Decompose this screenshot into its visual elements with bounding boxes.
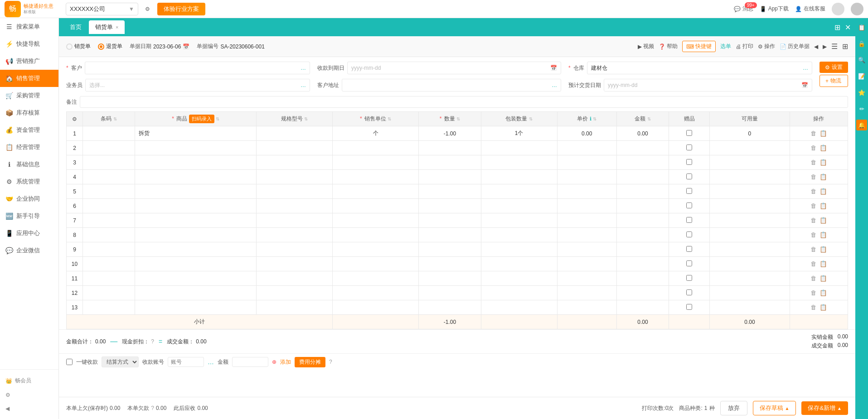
- warehouse-input[interactable]: 建材仓 …: [587, 62, 812, 74]
- tool-select[interactable]: 选单: [720, 43, 731, 50]
- cell-gift-9[interactable]: [669, 257, 710, 271]
- cell-barcode-8[interactable]: [83, 242, 135, 257]
- radio-sales-order[interactable]: 销货单: [66, 43, 91, 50]
- cell-product-7[interactable]: [135, 228, 257, 242]
- cell-price-9[interactable]: [557, 257, 616, 271]
- avatar[interactable]: [832, 3, 844, 15]
- cell-barcode-5[interactable]: [83, 199, 135, 213]
- cell-unit-11[interactable]: [333, 286, 419, 300]
- delete-row-btn-8[interactable]: 🗑: [810, 245, 817, 254]
- cell-qty-1[interactable]: [419, 141, 481, 155]
- cell-qty-2[interactable]: [419, 155, 481, 170]
- right-panel-edit[interactable]: ✏: [856, 103, 867, 114]
- amount-sort-icon[interactable]: ⇅: [647, 116, 651, 121]
- account-dots[interactable]: …: [208, 358, 214, 366]
- copy-row-btn-2[interactable]: 📋: [819, 158, 828, 167]
- cell-pkg-10[interactable]: [481, 271, 557, 286]
- delete-row-btn-0[interactable]: 🗑: [810, 129, 817, 138]
- cell-spec-0[interactable]: [257, 126, 333, 141]
- sidebar-bottom-settings[interactable]: ⚙: [0, 388, 58, 402]
- cell-unit-0[interactable]: 个: [333, 126, 419, 141]
- product-sort-icon[interactable]: ⇅: [216, 116, 219, 121]
- cell-qty-12[interactable]: [419, 300, 481, 315]
- sidebar-item-guide[interactable]: 🆕 新手引导: [0, 207, 58, 225]
- price-sort-icon[interactable]: ⇅: [593, 116, 596, 121]
- sidebar-item-finance[interactable]: 💰 资金管理: [0, 121, 58, 139]
- right-panel-search[interactable]: 🔍: [856, 54, 867, 65]
- copy-row-btn-11[interactable]: 📋: [819, 289, 828, 297]
- cell-unit-6[interactable]: [333, 213, 419, 228]
- cell-qty-9[interactable]: [419, 257, 481, 271]
- cell-pkg-6[interactable]: [481, 213, 557, 228]
- cell-barcode-0[interactable]: [83, 126, 135, 141]
- quick-payment-checkbox[interactable]: [66, 359, 73, 365]
- copy-row-btn-4[interactable]: 📋: [819, 187, 828, 196]
- cell-product-8[interactable]: [135, 242, 257, 257]
- company-selector[interactable]: XXXXXX公司 ▼: [66, 3, 138, 15]
- cell-unit-3[interactable]: [333, 170, 419, 184]
- sidebar-item-quick-nav[interactable]: ⚡ 快捷导航: [0, 35, 58, 53]
- pkg-sort-icon[interactable]: ⇅: [529, 116, 533, 121]
- payment-amount-input[interactable]: [232, 357, 268, 367]
- sidebar-item-business[interactable]: 📋 经营管理: [0, 139, 58, 156]
- cell-unit-9[interactable]: [333, 257, 419, 271]
- cell-gift-8[interactable]: [669, 242, 710, 257]
- cell-amount-1[interactable]: [616, 141, 669, 155]
- cell-gift-6[interactable]: [669, 213, 710, 228]
- qty-sort-icon[interactable]: ⇅: [456, 116, 460, 121]
- message-btn[interactable]: 💬 消息 99+: [734, 5, 753, 13]
- expected-date-cal-icon[interactable]: 📅: [801, 82, 808, 88]
- notes-input[interactable]: [80, 96, 848, 108]
- cell-gift-11[interactable]: [669, 286, 710, 300]
- cell-unit-12[interactable]: [333, 300, 419, 315]
- tab-home[interactable]: 首页: [63, 20, 88, 34]
- tool-history[interactable]: 📄 历史单据: [780, 43, 810, 50]
- copy-row-btn-0[interactable]: 📋: [819, 129, 828, 138]
- delete-row-btn-5[interactable]: 🗑: [810, 202, 817, 210]
- cell-barcode-12[interactable]: [83, 300, 135, 315]
- cell-pkg-0[interactable]: 1个: [481, 126, 557, 141]
- cell-amount-0[interactable]: 0.00: [616, 126, 669, 141]
- spec-sort-icon[interactable]: ⇅: [304, 116, 308, 121]
- cell-product-3[interactable]: [135, 170, 257, 184]
- cell-price-6[interactable]: [557, 213, 616, 228]
- cell-pkg-12[interactable]: [481, 300, 557, 315]
- cell-product-9[interactable]: [135, 257, 257, 271]
- delete-row-btn-7[interactable]: 🗑: [810, 231, 817, 239]
- cell-spec-6[interactable]: [257, 213, 333, 228]
- cell-gift-0[interactable]: [669, 126, 710, 141]
- copy-row-btn-5[interactable]: 📋: [819, 202, 828, 210]
- logistics-button[interactable]: + 物流: [820, 75, 848, 87]
- delete-row-btn-6[interactable]: 🗑: [810, 216, 817, 225]
- cell-price-2[interactable]: [557, 155, 616, 170]
- date-calendar-icon[interactable]: 📅: [183, 43, 189, 50]
- cell-price-3[interactable]: [557, 170, 616, 184]
- cell-product-4[interactable]: [135, 184, 257, 199]
- cell-barcode-6[interactable]: [83, 213, 135, 228]
- sidebar-item-wechat[interactable]: 💬 企业微信: [0, 242, 58, 259]
- tool-video[interactable]: ▶ 视频: [638, 43, 654, 50]
- cell-amount-4[interactable]: [616, 184, 669, 199]
- app-download-btn[interactable]: 📱 App下载: [760, 5, 789, 13]
- cell-product-1[interactable]: [135, 141, 257, 155]
- tool-next[interactable]: ▶: [823, 43, 827, 50]
- cell-price-5[interactable]: [557, 199, 616, 213]
- sidebar-item-collab[interactable]: 🤝 企业协同: [0, 190, 58, 207]
- cell-pkg-3[interactable]: [481, 170, 557, 184]
- cell-qty-8[interactable]: [419, 242, 481, 257]
- tool-print[interactable]: 🖨 打印: [736, 43, 753, 50]
- cell-amount-11[interactable]: [616, 286, 669, 300]
- cell-product-12[interactable]: [135, 300, 257, 315]
- tool-operate[interactable]: ⚙ 操作: [758, 43, 775, 50]
- right-panel-bell[interactable]: 🔔: [856, 120, 867, 130]
- cell-product-11[interactable]: [135, 286, 257, 300]
- cell-spec-4[interactable]: [257, 184, 333, 199]
- cell-amount-7[interactable]: [616, 228, 669, 242]
- cell-pkg-7[interactable]: [481, 228, 557, 242]
- cell-pkg-8[interactable]: [481, 242, 557, 257]
- tool-help[interactable]: ❓ 帮助: [659, 43, 678, 50]
- cell-amount-8[interactable]: [616, 242, 669, 257]
- delete-row-btn-3[interactable]: 🗑: [810, 173, 817, 181]
- cell-gift-3[interactable]: [669, 170, 710, 184]
- cell-product-2[interactable]: [135, 155, 257, 170]
